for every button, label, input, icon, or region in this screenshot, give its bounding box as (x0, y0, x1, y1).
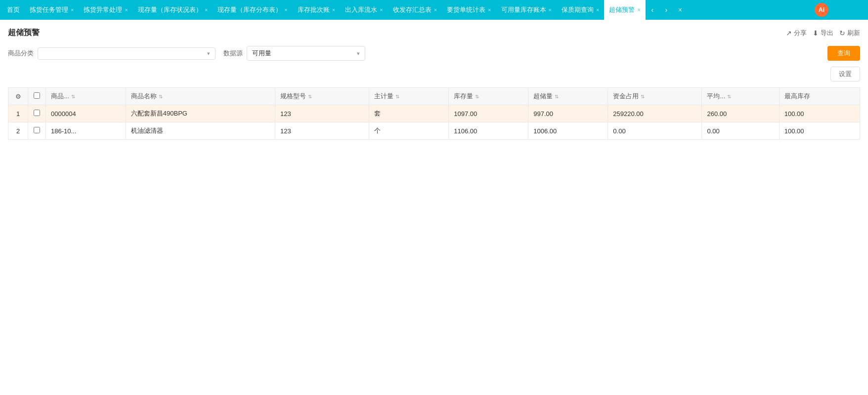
nav-close-task-mgmt[interactable]: × (71, 7, 74, 13)
chevron-down-icon: ▾ (207, 50, 210, 57)
nav-label-inventory-status: 现存量（库存状况表） (138, 5, 202, 14)
sort-icon-spec: ⇅ (308, 94, 312, 99)
nav-item-home[interactable]: 首页 (2, 0, 25, 20)
nav-close-expiry[interactable]: × (596, 7, 599, 13)
nav-item-req-stats[interactable]: 要货单统计表 × (442, 0, 496, 20)
row-1-product-code: 0000004 (46, 105, 126, 122)
col-unit-label: 主计量 (374, 92, 393, 101)
query-button[interactable]: 查询 (827, 46, 860, 61)
nav-close-recv-send[interactable]: × (434, 7, 437, 13)
col-max-stock: 最高库存 (779, 88, 860, 105)
category-select[interactable]: ▾ (38, 47, 216, 60)
col-avg[interactable]: 平均... ⇅ (702, 88, 779, 105)
refresh-label: 刷新 (847, 29, 860, 38)
page-content: 超储预警 ↗ 分享 ⬇ 导出 ↻ 刷新 商品分类 ▾ 数据源 (0, 20, 868, 395)
nav-close-batch-account[interactable]: × (332, 7, 335, 13)
page-header: 超储预警 ↗ 分享 ⬇ 导出 ↻ 刷新 (8, 28, 860, 38)
select-all-checkbox[interactable] (34, 92, 40, 99)
nav-close-inventory-dist[interactable]: × (284, 7, 287, 13)
col-product-code-label: 商品... (51, 92, 69, 101)
col-product-name[interactable]: 商品名称 ⇅ (126, 88, 275, 105)
row-1-avg: 260.00 (702, 105, 779, 122)
row-1-product-name: 六配套新昌490BPG (126, 105, 275, 122)
nav-item-overstock[interactable]: 超储预警 × (604, 0, 645, 20)
nav-arrow-right[interactable]: › (659, 0, 673, 20)
sort-icon-avg: ⇅ (727, 94, 731, 99)
col-stock-label: 库存量 (454, 92, 473, 101)
row-2-num: 2 (8, 122, 28, 140)
col-settings[interactable]: ⚙ (8, 88, 28, 105)
row-2-spec: 123 (275, 122, 369, 140)
share-button[interactable]: ↗ 分享 (786, 29, 807, 38)
nav-item-inout-flow[interactable]: 出入库流水 × (340, 0, 388, 20)
row-1-max-stock: 100.00 (779, 105, 860, 122)
filter-category: 商品分类 ▾ (8, 47, 216, 60)
table-row: 2 186-10... 机油滤清器 123 个 1106.00 1006.00 … (8, 122, 860, 140)
col-capital-usage[interactable]: 资金占用 ⇅ (608, 88, 702, 105)
col-spec-label: 规格型号 (280, 92, 306, 101)
refresh-button[interactable]: ↻ 刷新 (839, 29, 860, 38)
nav-label-task-mgmt: 拣货任务管理 (30, 5, 68, 14)
col-product-code[interactable]: 商品... ⇅ (46, 88, 126, 105)
row-2-capital-usage: 0.00 (608, 122, 702, 140)
row-1-checkbox-cell[interactable] (28, 105, 46, 122)
col-product-name-label: 商品名称 (131, 92, 157, 101)
datasource-select[interactable]: 可用量 ▾ (247, 46, 365, 61)
nav-item-batch-account[interactable]: 库存批次账 × (293, 0, 340, 20)
share-label: 分享 (794, 29, 807, 38)
col-capital-usage-label: 资金占用 (613, 92, 639, 101)
sort-icon-unit: ⇅ (395, 94, 399, 99)
col-spec[interactable]: 规格型号 ⇅ (275, 88, 369, 105)
nav-item-recv-send[interactable]: 收发存汇总表 × (388, 0, 442, 20)
col-overstock[interactable]: 超储量 ⇅ (528, 88, 608, 105)
row-1-overstock: 997.00 (528, 105, 608, 122)
nav-item-abnormal[interactable]: 拣货异常处理 × (79, 0, 132, 20)
table-header: ⚙ 商品... ⇅ 商品名称 ⇅ (8, 88, 860, 105)
row-1-spec: 123 (275, 105, 369, 122)
nav-label-available-account: 可用量库存账本 (501, 5, 546, 14)
row-1-checkbox[interactable] (34, 110, 40, 116)
page-title: 超储预警 (8, 28, 40, 38)
refresh-icon: ↻ (839, 29, 845, 37)
nav-item-inventory-dist[interactable]: 现存量（库存分布表） × (213, 0, 292, 20)
table-row: 1 0000004 六配套新昌490BPG 123 套 1097.00 997.… (8, 105, 860, 122)
sort-icon-product-name: ⇅ (159, 94, 163, 99)
nav-close-abnormal[interactable]: × (125, 7, 128, 13)
table-body: 1 0000004 六配套新昌490BPG 123 套 1097.00 997.… (8, 105, 860, 140)
nav-close-overstock[interactable]: × (637, 7, 640, 13)
category-label: 商品分类 (8, 49, 34, 58)
nav-arrow-left[interactable]: ‹ (646, 0, 659, 20)
nav-item-expiry[interactable]: 保质期查询 × (557, 0, 604, 20)
avatar[interactable]: Ai (815, 3, 828, 17)
nav-close-available-account[interactable]: × (549, 7, 552, 13)
sort-icon-stock: ⇅ (475, 94, 479, 99)
row-1-stock: 1097.00 (449, 105, 528, 122)
settings-button[interactable]: 设置 (830, 67, 860, 81)
row-2-stock: 1106.00 (449, 122, 528, 140)
row-2-checkbox[interactable] (34, 127, 40, 133)
export-button[interactable]: ⬇ 导出 (813, 29, 833, 38)
row-1-num: 1 (8, 105, 28, 122)
nav-label-recv-send: 收发存汇总表 (393, 5, 432, 14)
nav-close-req-stats[interactable]: × (488, 7, 491, 13)
nav-close-inout-flow[interactable]: × (380, 7, 383, 13)
nav-bar: 首页 拣货任务管理 × 拣货异常处理 × 现存量（库存状况表） × 现存量（库存… (0, 0, 868, 20)
nav-arrow-close[interactable]: × (673, 0, 687, 20)
row-2-product-name: 机油滤清器 (126, 122, 275, 140)
nav-item-inventory-status[interactable]: 现存量（库存状况表） × (133, 0, 213, 20)
col-overstock-label: 超储量 (533, 92, 553, 101)
nav-item-available-account[interactable]: 可用量库存账本 × (496, 0, 557, 20)
row-1-capital-usage: 259220.00 (608, 105, 702, 122)
col-unit[interactable]: 主计量 ⇅ (369, 88, 449, 105)
data-table: ⚙ 商品... ⇅ 商品名称 ⇅ (8, 87, 860, 140)
col-avg-label: 平均... (707, 92, 725, 101)
col-checkbox[interactable] (28, 88, 46, 105)
row-2-checkbox-cell[interactable] (28, 122, 46, 140)
nav-close-inventory-status[interactable]: × (205, 7, 208, 13)
col-stock[interactable]: 库存量 ⇅ (449, 88, 528, 105)
gear-icon: ⚙ (15, 93, 21, 100)
nav-item-task-mgmt[interactable]: 拣货任务管理 × (25, 0, 79, 20)
table-header-row: ⚙ 商品... ⇅ 商品名称 ⇅ (8, 88, 860, 105)
nav-label-expiry: 保质期查询 (562, 5, 594, 14)
datasource-select-value: 可用量 (252, 49, 271, 58)
